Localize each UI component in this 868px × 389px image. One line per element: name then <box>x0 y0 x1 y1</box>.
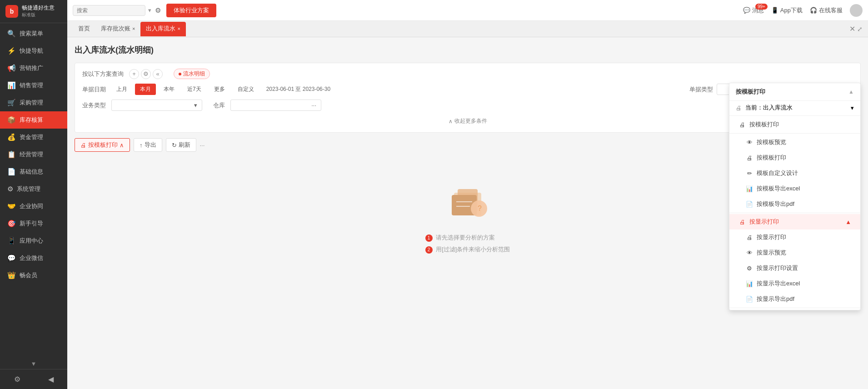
tip-num-2: 2 <box>425 246 433 254</box>
app-name: 畅捷通好生意 <box>22 5 55 12</box>
dropdown-current-row[interactable]: 🖨 当前：出入库流水 ▾ <box>729 101 860 115</box>
dropdown-item-template-custom[interactable]: ✏ 模板自定义设计 <box>729 165 860 181</box>
dropdown-item-template-excel[interactable]: 📊 按模板导出excel <box>729 181 860 196</box>
toolbar-more-icon[interactable]: ··· <box>200 142 205 149</box>
print-chevron: ∧ <box>120 142 124 149</box>
filter-add-btn[interactable]: + <box>129 69 139 79</box>
dropdown-item-display-pdf[interactable]: 📄 按显示导出pdf <box>729 291 860 307</box>
topbar-search-box[interactable] <box>73 5 145 16</box>
sidebar-item-appstore[interactable]: 📱应用中心 <box>0 232 67 249</box>
tab-close-batch-account[interactable]: × <box>132 26 135 31</box>
topbar-chevron-icon[interactable]: ▾ <box>148 7 151 14</box>
sidebar-item-operation[interactable]: 📋经营管理 <box>0 146 67 163</box>
dropdown-item-set-default[interactable]: ☑ 设置默认功能 ▾ <box>729 309 860 310</box>
date-btn-this-year[interactable]: 本年 <box>159 84 180 95</box>
app-download-btn[interactable]: 📱 App下载 <box>771 6 803 15</box>
sidebar: b 畅捷通好生意 标准版 🔍搜索菜单⚡快捷导航📢营销推广📊销售管理🛒采购管理📦库… <box>0 0 67 389</box>
dropdown-item-template-preview[interactable]: 👁 按模板预览 <box>729 135 860 150</box>
sidebar-item-guide[interactable]: 🎯新手引导 <box>0 215 67 232</box>
refresh-label: 刷新 <box>179 141 190 149</box>
display-settings-icon: ⚙ <box>746 264 753 272</box>
filter-collapse-btn[interactable]: « <box>153 69 163 79</box>
sidebar-collapse-btn[interactable]: ◀ <box>45 373 57 385</box>
date-btn-prev-month[interactable]: 上月 <box>111 84 132 95</box>
divider-1 <box>729 115 860 116</box>
expand-icon[interactable]: ⤢ <box>857 25 863 33</box>
sidebar-item-purchase[interactable]: 🛒采购管理 <box>0 94 67 111</box>
refresh-btn[interactable]: ↻ 刷新 <box>166 138 196 152</box>
empty-tip-1: 1 请先选择要分析的方案 <box>425 232 510 244</box>
dropdown-item-display-excel[interactable]: 📊 按显示导出excel <box>729 276 860 291</box>
sidebar-item-label-marketing: 营销推广 <box>20 64 43 72</box>
filter-tag[interactable]: 流水明细 <box>174 69 210 79</box>
dropdown-header-chevron[interactable]: ▲ <box>848 89 854 95</box>
sidebar-item-label-enterprise: 企业协同 <box>20 202 43 210</box>
date-btn-more[interactable]: 更多 <box>209 84 230 95</box>
warehouse-select[interactable]: ··· <box>230 100 321 111</box>
export-btn[interactable]: ↑ 导出 <box>134 138 162 152</box>
filter-settings-btn[interactable]: ⚙ <box>141 69 151 79</box>
sidebar-item-marketing[interactable]: 📢营销推广 <box>0 60 67 77</box>
dropdown-item-display-print-header[interactable]: 🖨 按显示打印 ▲ <box>729 214 860 229</box>
sidebar-item-label-operation: 经营管理 <box>20 150 43 159</box>
page-title: 出入库流水(流水明细) <box>75 45 861 55</box>
template-print2-label: 按模板打印 <box>757 154 786 162</box>
sidebar-item-search[interactable]: 🔍搜索菜单 <box>0 25 67 42</box>
date-range-display: 2023-06-01 至 2023-06-30 <box>266 85 330 93</box>
search-input[interactable] <box>77 7 141 14</box>
svg-text:?: ? <box>478 204 482 212</box>
guide-icon: 🎯 <box>7 219 16 228</box>
wechat-icon: 💬 <box>7 254 16 262</box>
close-window-icon[interactable]: ✕ <box>849 25 855 33</box>
display-preview-icon: 👁 <box>746 249 753 256</box>
sidebar-item-system[interactable]: ⚙系统管理 <box>0 180 67 198</box>
sidebar-item-sales[interactable]: 📊销售管理 <box>0 77 67 94</box>
tab-flow[interactable]: 出入库流水× <box>140 22 185 36</box>
dropdown-scroll-area: 🖨 当前：出入库流水 ▾ 🖨 按模板打印 👁 按模板预览 🖨 按模板打 <box>729 101 860 310</box>
tab-close-flow[interactable]: × <box>177 26 180 31</box>
avatar[interactable] <box>850 4 863 17</box>
display-excel-label: 按显示导出excel <box>757 279 800 288</box>
warehouse-label: 仓库 <box>213 101 225 110</box>
tabs-bar: 首页库存批次账×出入库流水× ✕ ⤢ <box>67 21 868 37</box>
date-btn-this-month[interactable]: 本月 <box>135 84 156 95</box>
date-btn-last7[interactable]: 近7天 <box>182 84 206 95</box>
dropdown-item-display-print[interactable]: 🖨 按显示打印 <box>729 229 860 245</box>
sidebar-item-inventory[interactable]: 📦库存核算 <box>0 111 67 129</box>
search-icon: 🔍 <box>7 30 16 38</box>
tab-home[interactable]: 首页 <box>73 21 95 37</box>
business-type-select[interactable]: ▾ <box>111 100 202 111</box>
topbar-gear-icon[interactable]: ⚙ <box>155 6 161 15</box>
business-type-chevron: ▾ <box>194 102 197 109</box>
dropdown-item-template-print2[interactable]: 🖨 按模板打印 <box>729 150 860 165</box>
main-wrap: ▾ ⚙ 体验行业方案 💬 消息 99+ 📱 App下载 🎧 在线客服 首页库存批… <box>67 0 868 389</box>
refresh-icon: ↻ <box>172 142 177 149</box>
print-template-btn[interactable]: 🖨 按模板打印 ∧ <box>75 138 130 152</box>
tab-batch-account[interactable]: 库存批次账× <box>95 21 140 37</box>
sidebar-item-enterprise[interactable]: 🤝企业协同 <box>0 198 67 215</box>
sidebar-settings-btn[interactable]: ⚙ <box>10 373 24 385</box>
sidebar-item-finance[interactable]: 💰资金管理 <box>0 129 67 146</box>
export-label: 导出 <box>145 141 156 149</box>
display-pdf-label: 按显示导出pdf <box>757 295 794 303</box>
dropdown-item-template-print[interactable]: 🖨 按模板打印 <box>729 117 860 132</box>
sidebar-item-member[interactable]: 👑畅会员 <box>0 267 67 284</box>
sidebar-item-label-finance: 资金管理 <box>20 133 43 141</box>
sidebar-item-quick-nav[interactable]: ⚡快捷导航 <box>0 42 67 60</box>
sidebar-scroll-down[interactable]: ▼ <box>0 359 67 369</box>
sidebar-item-basic[interactable]: 📄基础信息 <box>0 163 67 180</box>
date-btn-custom[interactable]: 自定义 <box>233 84 259 95</box>
tip-num-1: 1 <box>425 234 433 242</box>
dropdown-item-template-pdf[interactable]: 📄 按模板导出pdf <box>729 196 860 212</box>
trial-button[interactable]: 体验行业方案 <box>166 4 216 17</box>
online-service-btn[interactable]: 🎧 在线客服 <box>810 6 843 15</box>
dropdown-header: 按模板打印 ▲ <box>729 83 860 101</box>
sidebar-item-wechat[interactable]: 💬企业微信 <box>0 249 67 267</box>
template-custom-icon: ✏ <box>746 170 753 177</box>
tab-label-home: 首页 <box>78 25 90 32</box>
logo-icon: b <box>5 5 18 18</box>
operation-icon: 📋 <box>7 150 16 159</box>
messages-btn[interactable]: 💬 消息 99+ <box>743 6 764 15</box>
dropdown-item-display-settings[interactable]: ⚙ 按显示打印设置 <box>729 260 860 276</box>
dropdown-item-display-preview[interactable]: 👁 按显示预览 <box>729 245 860 260</box>
